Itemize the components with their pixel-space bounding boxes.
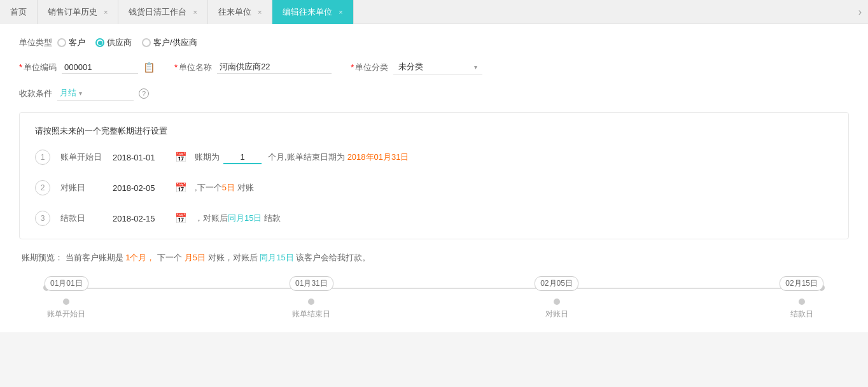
- timeline-label-1: 账单开始日: [47, 309, 85, 320]
- timeline-dot-3: [554, 299, 560, 305]
- timeline-badge-2: 01月31日: [290, 276, 333, 291]
- step-3-desc-after: 结款: [264, 213, 281, 224]
- radio-supplier-circle: [95, 38, 104, 47]
- tab-edit-partner-label: 编辑往来单位: [283, 6, 332, 18]
- unit-code-group: *单位编码 📋: [19, 61, 155, 74]
- settings-section-box: 请按照未来的一个完整帐期进行设置 1 账单开始日 2018-01-01 📅 账期…: [19, 112, 849, 239]
- main-content: 单位类型 客户 供应商 客户/供应商: [0, 24, 868, 332]
- period-input[interactable]: [223, 151, 262, 164]
- unit-classify-label: *单位分类: [351, 62, 388, 73]
- tab-cash-work[interactable]: 钱货日清工作台 ×: [118, 0, 207, 24]
- unit-info-row: *单位编码 📋 *单位名称 *单位分类 未分类 ▾: [19, 60, 849, 74]
- timeline-dot-4: [799, 299, 805, 305]
- tab-sales-history-label: 销售订单历史: [48, 6, 97, 18]
- timeline-label-2: 账单结束日: [292, 309, 330, 320]
- step-2-desc-after: 对账: [237, 182, 254, 194]
- radio-customer[interactable]: 客户: [57, 37, 85, 48]
- radio-supplier[interactable]: 供应商: [95, 37, 132, 48]
- tab-edit-partner[interactable]: 编辑往来单位 ×: [272, 0, 353, 24]
- preview-text-1: 当前客户账期是: [66, 253, 123, 262]
- step-1-calendar-icon[interactable]: 📅: [175, 151, 187, 163]
- unit-code-calendar-icon[interactable]: 📋: [143, 62, 155, 73]
- step-row-2: 2 对账日 2018-02-05 📅 ,下一个 5日 对账: [35, 180, 833, 195]
- classify-required-star: *: [351, 62, 354, 72]
- unit-classify-group: *单位分类 未分类 ▾: [351, 60, 482, 74]
- payment-terms-select[interactable]: 月结 ▾: [57, 86, 134, 101]
- timeline-label-4: 结款日: [790, 309, 813, 320]
- step-3-desc-before: ，对账后: [195, 213, 228, 224]
- tab-sales-history[interactable]: 销售订单历史 ×: [38, 0, 118, 24]
- timeline-point-3: 02月05日 对账日: [535, 276, 578, 320]
- radio-both[interactable]: 客户/供应商: [142, 37, 197, 48]
- preview-label: 账期预览：: [22, 253, 63, 262]
- step-date-1: 2018-01-01: [113, 153, 170, 162]
- tab-home-label: 首页: [10, 6, 27, 18]
- unit-code-label: *单位编码: [19, 62, 57, 73]
- classify-dropdown-icon: ▾: [474, 64, 477, 71]
- step-2-desc-highlight: 5日: [222, 182, 235, 194]
- step-num-2: 2: [35, 180, 50, 195]
- step-date-3: 2018-02-15: [113, 214, 170, 223]
- step-label-1: 账单开始日: [60, 151, 105, 163]
- payment-terms-group: 收款条件 月结 ▾ ?: [19, 86, 149, 101]
- preview-highlight-1: 1个月，: [125, 253, 155, 262]
- payment-terms-dropdown-icon: ▾: [79, 90, 82, 97]
- unit-type-label: 单位类型: [19, 37, 52, 48]
- radio-both-circle: [142, 38, 151, 47]
- payment-terms-label: 收款条件: [19, 88, 52, 99]
- unit-name-input[interactable]: [217, 61, 332, 74]
- tab-sales-history-close[interactable]: ×: [104, 8, 108, 16]
- preview-section: 账期预览： 当前客户账期是 1个月， 下一个 月5日 对账，对账后 同月15日 …: [19, 252, 849, 320]
- step-2-calendar-icon[interactable]: 📅: [175, 182, 187, 194]
- radio-group: 客户 供应商 客户/供应商: [57, 37, 197, 48]
- unit-classify-select[interactable]: 未分类 ▾: [393, 60, 482, 74]
- step-3-desc-highlight: 同月15日: [228, 213, 262, 224]
- unit-name-group: *单位名称: [174, 61, 332, 74]
- timeline-points: 01月01日 账单开始日 01月31日 账单结束日 02月05日 对账日 02月…: [45, 276, 823, 320]
- timeline-point-4: 02月15日 结款日: [780, 276, 823, 320]
- tab-more-button[interactable]: ›: [852, 6, 868, 18]
- section-tip: 请按照未来的一个完整帐期进行设置: [35, 125, 833, 137]
- form-section: 单位类型 客户 供应商 客户/供应商: [19, 37, 849, 101]
- step-row-1: 1 账单开始日 2018-01-01 📅 账期为 个月,账单结束日期为 2018…: [35, 150, 833, 165]
- unit-classify-value: 未分类: [398, 61, 472, 73]
- timeline-badge-3: 02月05日: [535, 276, 578, 291]
- preview-highlight-2: 月5日: [185, 253, 206, 262]
- radio-customer-circle: [57, 38, 66, 47]
- step-num-1: 1: [35, 150, 50, 165]
- preview-text-2: 下一个: [157, 253, 182, 262]
- step-date-2: 2018-02-05: [113, 183, 170, 193]
- tabs-bar: 首页 销售订单历史 × 钱货日清工作台 × 往来单位 × 编辑往来单位 × ›: [0, 0, 868, 24]
- step-1-period-unit: 个月,账单结束日期为: [268, 151, 345, 163]
- tab-home[interactable]: 首页: [0, 0, 38, 24]
- code-required-star: *: [19, 62, 22, 72]
- preview-text-3: 对账，对账后: [208, 253, 258, 262]
- tab-partner-unit-close[interactable]: ×: [258, 8, 262, 16]
- preview-text: 账期预览： 当前客户账期是 1个月， 下一个 月5日 对账，对账后 同月15日 …: [19, 252, 849, 264]
- step-row-3: 3 结款日 2018-02-15 📅 ，对账后 同月15日 结款: [35, 211, 833, 226]
- timeline-badge-1: 01月01日: [45, 276, 88, 291]
- step-1-end-date: 2018年01月31日: [347, 151, 409, 163]
- radio-supplier-label: 供应商: [107, 37, 132, 48]
- step-2-desc-before: ,下一个: [195, 182, 222, 194]
- help-icon[interactable]: ?: [139, 88, 149, 99]
- name-required-star: *: [174, 62, 178, 72]
- timeline-container: 01月01日 账单开始日 01月31日 账单结束日 02月05日 对账日 02月…: [19, 276, 849, 320]
- tab-partner-unit-label: 往来单位: [218, 6, 251, 18]
- unit-name-label: *单位名称: [174, 62, 212, 73]
- timeline-point-1: 01月01日 账单开始日: [45, 276, 88, 320]
- radio-customer-label: 客户: [69, 37, 85, 48]
- unit-code-input[interactable]: [62, 61, 138, 74]
- step-3-calendar-icon[interactable]: 📅: [175, 213, 187, 224]
- timeline-label-3: 对账日: [545, 309, 568, 320]
- tab-cash-work-close[interactable]: ×: [193, 8, 197, 16]
- step-num-3: 3: [35, 211, 50, 226]
- unit-type-row: 单位类型 客户 供应商 客户/供应商: [19, 37, 849, 48]
- timeline-dot-2: [308, 299, 314, 305]
- tab-partner-unit[interactable]: 往来单位 ×: [208, 0, 272, 24]
- timeline-badge-4: 02月15日: [780, 276, 823, 291]
- tab-edit-partner-close[interactable]: ×: [339, 8, 342, 16]
- radio-both-label: 客户/供应商: [153, 37, 197, 48]
- preview-highlight-3: 同月15日: [260, 253, 293, 262]
- payment-terms-row: 收款条件 月结 ▾ ?: [19, 86, 849, 101]
